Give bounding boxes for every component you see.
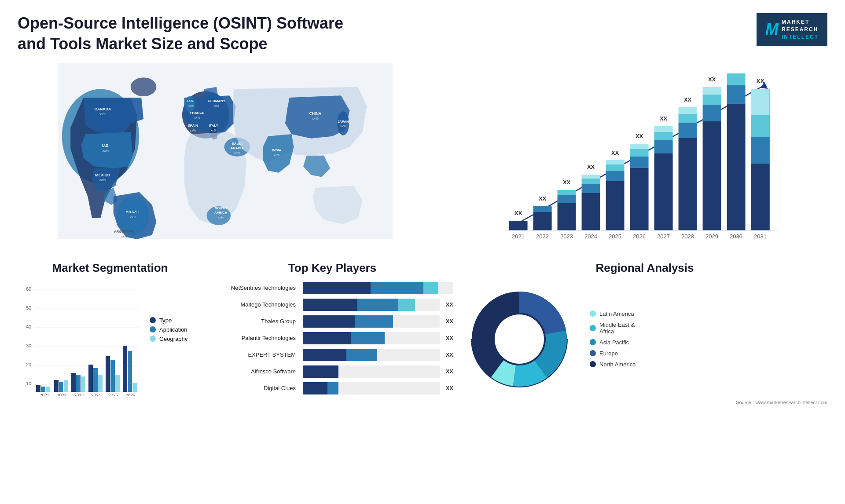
svg-text:ITALY: ITALY: [209, 124, 218, 128]
svg-rect-74: [702, 95, 721, 105]
svg-rect-41: [533, 206, 551, 212]
svg-text:2024: 2024: [584, 233, 597, 240]
svg-text:xx%: xx%: [274, 153, 279, 156]
svg-text:20: 20: [26, 362, 31, 367]
svg-text:2027: 2027: [657, 233, 670, 240]
svg-rect-117: [59, 382, 63, 392]
svg-rect-85: [751, 164, 769, 230]
svg-rect-124: [88, 365, 93, 392]
svg-rect-49: [581, 179, 600, 184]
svg-rect-48: [581, 184, 600, 193]
svg-text:xx%: xx%: [103, 149, 109, 153]
svg-text:xx%: xx%: [195, 116, 200, 119]
bottom-section: Market Segmentation 60 50 40 30 20 10: [18, 261, 827, 405]
svg-text:xx%: xx%: [213, 104, 219, 107]
us-label: U.S.: [102, 143, 110, 148]
svg-rect-64: [654, 132, 672, 140]
svg-rect-134: [132, 383, 137, 392]
svg-text:AFRICA: AFRICA: [214, 211, 228, 215]
svg-rect-125: [93, 368, 98, 392]
svg-rect-59: [630, 149, 648, 157]
list-item: Palantir Technologies XX: [211, 332, 453, 344]
svg-text:xx%: xx%: [99, 112, 106, 116]
svg-rect-116: [54, 380, 59, 392]
svg-rect-129: [110, 360, 115, 392]
svg-text:XX: XX: [587, 164, 595, 170]
svg-rect-120: [71, 373, 76, 392]
svg-rect-63: [654, 140, 672, 153]
seg-legend-type: Type: [150, 317, 187, 324]
svg-text:xx%: xx%: [211, 129, 217, 132]
svg-rect-45: [557, 190, 576, 195]
svg-rect-57: [630, 168, 648, 230]
legend-middle-east: Middle East &Africa: [590, 321, 636, 335]
svg-text:XX: XX: [611, 150, 619, 156]
logo-area: M MARKET RESEARCH INTELLECT: [757, 13, 827, 46]
svg-rect-82: [751, 89, 769, 115]
svg-text:xx%: xx%: [121, 235, 127, 238]
svg-text:xx%: xx%: [129, 215, 136, 219]
page: Open-Source Intelligence (OSINT) Softwar…: [0, 0, 845, 504]
seg-legend: Type Application Geography: [150, 317, 187, 396]
svg-text:40: 40: [26, 324, 31, 329]
legend-latin-america: Latin America: [590, 310, 636, 317]
svg-rect-118: [64, 380, 68, 392]
svg-rect-73: [702, 105, 721, 121]
svg-rect-67: [678, 138, 697, 230]
svg-rect-62: [654, 153, 672, 230]
svg-rect-133: [128, 351, 132, 392]
segmentation-panel: Market Segmentation 60 50 40 30 20 10: [18, 261, 202, 405]
svg-text:GERMANY: GERMANY: [208, 99, 226, 102]
svg-text:XX: XX: [684, 96, 692, 103]
regional-legend: Latin America Middle East &Africa Asia P…: [590, 310, 636, 368]
svg-rect-83: [751, 115, 769, 137]
svg-text:SOUTH: SOUTH: [215, 206, 227, 210]
seg-legend-geography: Geography: [150, 336, 187, 342]
svg-rect-112: [36, 385, 40, 392]
svg-text:XX: XX: [708, 76, 716, 83]
svg-rect-60: [630, 144, 648, 149]
svg-rect-79: [727, 73, 745, 85]
svg-rect-70: [678, 107, 697, 114]
legend-asia-pacific: Asia Pacific: [590, 339, 636, 346]
svg-rect-40: [533, 212, 551, 230]
svg-rect-58: [630, 157, 648, 168]
svg-rect-69: [678, 114, 697, 123]
seg-legend-application: Application: [150, 326, 187, 333]
svg-rect-77: [727, 104, 745, 230]
list-item: Digital Clues XX: [211, 382, 453, 394]
regional-title: Regional Analysis: [462, 261, 827, 275]
world-map-svg: CANADA xx% U.S. xx% MEXICO xx% BRAZIL xx…: [18, 63, 433, 239]
list-item: Maltego Technologies XX: [211, 299, 453, 311]
brazil-label: BRAZIL: [126, 210, 140, 214]
svg-rect-113: [41, 387, 45, 392]
svg-text:30: 30: [26, 343, 31, 348]
svg-text:2024: 2024: [91, 393, 101, 396]
svg-text:xx%: xx%: [99, 178, 106, 182]
svg-text:2025: 2025: [108, 393, 118, 396]
logo-line2: RESEARCH: [782, 26, 819, 33]
svg-rect-50: [581, 175, 600, 179]
donut-chart-svg: [462, 282, 577, 396]
svg-text:CHINA: CHINA: [309, 111, 321, 116]
svg-text:SPAIN: SPAIN: [188, 124, 198, 128]
svg-text:xx%: xx%: [218, 216, 224, 219]
svg-rect-72: [702, 121, 721, 230]
svg-text:xx%: xx%: [340, 124, 346, 128]
svg-text:xx%: xx%: [190, 129, 196, 132]
map-container: CANADA xx% U.S. xx% MEXICO xx% BRAZIL xx…: [18, 63, 433, 248]
svg-text:2021: 2021: [512, 233, 525, 240]
svg-rect-128: [106, 356, 110, 392]
svg-text:xx%: xx%: [234, 151, 240, 154]
svg-rect-44: [557, 195, 576, 203]
players-list: NetSentries Technologies Maltego Technol…: [211, 282, 453, 394]
key-players-title: Top Key Players: [211, 261, 453, 275]
growth-chart-container: XX XX XX XX XX: [450, 63, 827, 248]
legend-north-america: North America: [590, 361, 636, 368]
svg-rect-53: [606, 171, 624, 181]
list-item: EXPERT SYSTEM XX: [211, 349, 453, 361]
svg-text:2023: 2023: [74, 393, 84, 396]
svg-text:XX: XX: [756, 77, 764, 84]
svg-text:FRANCE: FRANCE: [190, 111, 205, 115]
svg-rect-75: [702, 87, 721, 95]
